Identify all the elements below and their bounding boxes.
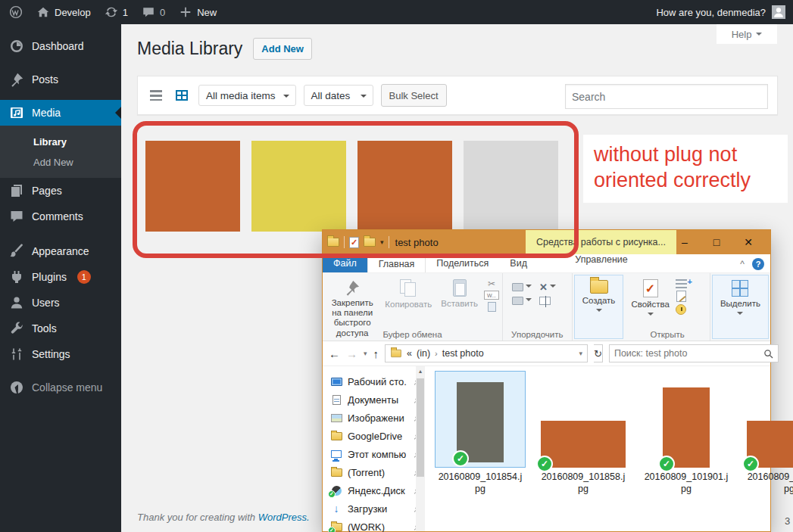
separator bbox=[389, 236, 389, 248]
collapse-ribbon-button[interactable]: ^ bbox=[740, 259, 745, 269]
select-all-button[interactable]: Выделить bbox=[717, 278, 763, 319]
address-box[interactable]: « (in) › test photo ▾ bbox=[385, 344, 588, 362]
media-type-select[interactable]: All media items bbox=[198, 85, 296, 106]
delete-button[interactable]: ✕ bbox=[539, 282, 556, 292]
refresh-button[interactable]: ↻ bbox=[594, 344, 603, 362]
maximize-button[interactable]: □ bbox=[701, 230, 732, 254]
add-new-button[interactable]: Add New bbox=[253, 38, 312, 60]
copy-icon bbox=[400, 279, 417, 297]
file-item-1[interactable]: ✓ 20160809_101854.jpg bbox=[432, 371, 528, 496]
nav-item-torrent[interactable]: (Torrent) bbox=[330, 463, 426, 481]
up-button[interactable]: ↑ bbox=[373, 347, 379, 360]
nav-item-yandex-disk[interactable]: ✓ Яндекс.Диск bbox=[330, 481, 426, 499]
navigation-pane: Рабочий сто. Документы Изображени Google… bbox=[323, 366, 426, 531]
back-button[interactable]: ← bbox=[329, 347, 340, 360]
media-thumbnail-monitor-photo-2-rotated[interactable] bbox=[251, 141, 346, 232]
explorer-search-box[interactable] bbox=[609, 344, 779, 362]
media-thumbnail-monitor-photo-3[interactable] bbox=[357, 141, 452, 232]
open-with-icon[interactable] bbox=[676, 279, 687, 288]
explorer-help-button[interactable]: ? bbox=[752, 258, 764, 270]
user-greeting[interactable]: How are you, denmedia? bbox=[656, 7, 766, 18]
file-item-4[interactable]: ✓ 20160809_101905.jpg bbox=[741, 371, 793, 496]
tab-file[interactable]: Файл bbox=[323, 254, 367, 272]
breadcrumb-current[interactable]: test photo bbox=[442, 348, 484, 359]
explorer-title-bar[interactable]: ▾ test photo Средства работы с рисунка..… bbox=[323, 230, 770, 254]
tab-manage[interactable]: Управление bbox=[526, 254, 677, 265]
move-to-button[interactable] bbox=[512, 282, 532, 292]
file-name: 20160809_101858.jpg bbox=[539, 471, 627, 496]
forward-button[interactable]: → bbox=[346, 347, 357, 360]
nav-item-googledrive[interactable]: GoogleDrive bbox=[330, 427, 426, 445]
nav-scrollbar[interactable]: ▴ bbox=[416, 366, 425, 531]
history-dropdown[interactable]: ▾ bbox=[364, 350, 367, 357]
nav-item-documents[interactable]: Документы bbox=[330, 390, 426, 409]
media-search-input[interactable] bbox=[565, 84, 768, 109]
copy-to-button[interactable] bbox=[512, 297, 532, 305]
rename-button[interactable] bbox=[539, 297, 556, 305]
wordpress-logo-icon[interactable] bbox=[9, 5, 23, 19]
media-thumbnail-monitor-photo-4-rotated[interactable] bbox=[464, 141, 558, 232]
ribbon-group-organize: ✕ Упорядочить bbox=[503, 273, 573, 341]
nav-item-this-pc[interactable]: Этот компью bbox=[330, 445, 426, 463]
tab-share[interactable]: Поделиться bbox=[426, 254, 499, 272]
submenu-item-add-new[interactable]: Add New bbox=[0, 152, 121, 173]
date-filter-select[interactable]: All dates bbox=[304, 85, 373, 106]
submenu-item-library[interactable]: Library bbox=[0, 132, 121, 152]
sidebar-item-appearance[interactable]: Appearance bbox=[0, 238, 121, 264]
collapse-arrow-icon bbox=[9, 380, 24, 395]
copy-path-button[interactable]: W... bbox=[484, 291, 499, 300]
copy-button[interactable]: Копировать bbox=[382, 278, 435, 311]
comments-menu[interactable]: 0 bbox=[142, 5, 165, 19]
file-item-2[interactable]: ✓ 20160809_101858.jpg bbox=[535, 371, 631, 496]
address-dropdown-caret[interactable]: ▾ bbox=[579, 350, 583, 357]
breadcrumb-collapse[interactable]: « bbox=[407, 348, 412, 359]
sidebar-item-users[interactable]: Users bbox=[0, 290, 121, 316]
site-menu[interactable]: Develop bbox=[36, 5, 91, 19]
sidebar-item-tools[interactable]: Tools bbox=[0, 316, 121, 341]
ribbon-tabs: Файл Главная Поделиться Вид Управление ^… bbox=[323, 254, 770, 273]
list-view-button[interactable] bbox=[147, 86, 165, 104]
bulk-select-button[interactable]: Bulk Select bbox=[381, 84, 447, 107]
picture-tools-tab[interactable]: Средства работы с рисунка... bbox=[526, 230, 676, 254]
cut-button[interactable]: ✂ bbox=[488, 279, 495, 288]
close-button[interactable]: ✕ bbox=[732, 230, 764, 254]
nav-item-desktop[interactable]: Рабочий сто. bbox=[330, 372, 426, 390]
new-folder-button[interactable]: Создать bbox=[579, 278, 619, 316]
sidebar-item-posts[interactable]: Posts bbox=[0, 67, 121, 92]
sidebar-item-dashboard[interactable]: Dashboard bbox=[0, 33, 121, 59]
paste-button[interactable]: Вставить bbox=[438, 278, 481, 310]
scroll-up-arrow[interactable]: ▴ bbox=[416, 368, 425, 375]
sidebar-item-comments[interactable]: Comments bbox=[0, 204, 121, 229]
folder-icon[interactable] bbox=[364, 238, 376, 247]
help-dropdown[interactable]: Help bbox=[717, 24, 777, 44]
sidebar-item-media[interactable]: Media bbox=[0, 100, 121, 126]
file-item-3[interactable]: ✓ 20160809_101901.jpg bbox=[638, 371, 734, 496]
edit-icon[interactable] bbox=[676, 291, 686, 302]
sidebar-item-settings[interactable]: Settings bbox=[0, 341, 121, 367]
qat-customize-caret[interactable]: ▾ bbox=[380, 238, 384, 246]
new-menu[interactable]: New bbox=[179, 5, 217, 19]
sidebar-item-collapse-menu[interactable]: Collapse menu bbox=[0, 375, 121, 400]
folder-icon[interactable] bbox=[327, 238, 339, 247]
properties-button[interactable]: Свойства bbox=[628, 278, 673, 320]
minimize-button[interactable]: – bbox=[669, 230, 701, 254]
properties-check-icon[interactable] bbox=[349, 237, 359, 248]
tab-home[interactable]: Главная bbox=[367, 254, 426, 272]
nav-item-work[interactable]: ✓ (WORK) bbox=[330, 518, 426, 532]
history-icon[interactable] bbox=[676, 304, 686, 315]
avatar[interactable] bbox=[772, 5, 785, 19]
screen: Develop 1 0 New How are you, denmedia? bbox=[0, 0, 793, 532]
scrollbar-thumb[interactable] bbox=[417, 378, 424, 477]
wordpress-link[interactable]: WordPress. bbox=[258, 512, 310, 523]
media-thumbnail-monitor-photo-1[interactable] bbox=[145, 141, 240, 232]
paste-shortcut-button[interactable] bbox=[488, 302, 496, 312]
sidebar-item-label: Collapse menu bbox=[32, 381, 102, 394]
grid-view-button[interactable] bbox=[173, 86, 191, 104]
updates-menu[interactable]: 1 bbox=[105, 5, 128, 19]
explorer-search-input[interactable] bbox=[614, 348, 763, 359]
breadcrumb-parent[interactable]: (in) bbox=[417, 348, 430, 359]
sidebar-item-plugins[interactable]: Plugins 1 bbox=[0, 264, 121, 290]
nav-item-pictures[interactable]: Изображени bbox=[330, 409, 426, 427]
sidebar-item-pages[interactable]: Pages bbox=[0, 178, 121, 204]
nav-item-downloads[interactable]: ↓ Загрузки bbox=[330, 499, 426, 518]
